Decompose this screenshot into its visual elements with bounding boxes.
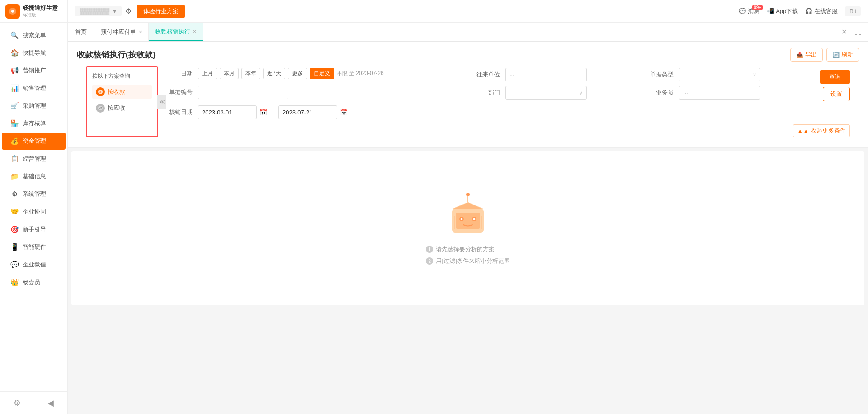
sidebar-label: 新手引导 bbox=[23, 225, 46, 233]
sidebar-item-finance[interactable]: 💰 资金管理 bbox=[2, 133, 66, 150]
settings-button[interactable]: ⚙ bbox=[10, 396, 24, 410]
sidebar-label: 采购管理 bbox=[23, 102, 46, 110]
query-button[interactable]: 查询 bbox=[820, 70, 850, 84]
svg-rect-6 bbox=[456, 213, 480, 229]
sidebar-label: 搜索菜单 bbox=[23, 31, 46, 39]
industry-solution-button[interactable]: 体验行业方案 bbox=[137, 5, 185, 18]
svg-text:⏱: ⏱ bbox=[99, 107, 102, 110]
user-account[interactable]: Rit bbox=[845, 6, 861, 16]
calendar-start-icon[interactable]: 📅 bbox=[259, 109, 267, 116]
date-label: 日期 bbox=[165, 70, 193, 78]
online-service-button[interactable]: 🎧 在线客服 bbox=[805, 7, 838, 15]
refresh-button[interactable]: 🔄 刷新 bbox=[826, 48, 859, 62]
sidebar-item-search[interactable]: 🔍 搜索菜单 bbox=[2, 27, 66, 44]
sidebar-label: 企业协同 bbox=[23, 208, 46, 216]
collapse-more-button[interactable]: ▲▲ 收起更多条件 bbox=[793, 124, 850, 137]
empty-illustration bbox=[441, 191, 495, 236]
calendar-end-icon[interactable]: 📅 bbox=[340, 109, 348, 116]
sidebar-item-inventory[interactable]: 🏪 库存核算 bbox=[2, 115, 66, 132]
sidebar-item-smart-hardware[interactable]: 📱 智能硬件 bbox=[2, 238, 66, 256]
verify-date-end-input[interactable] bbox=[278, 105, 337, 119]
tab-label: 收款核销执行 bbox=[155, 28, 190, 36]
empty-text: 1 请先选择要分析的方案 2 用[过滤]条件来缩小分析范围 bbox=[426, 245, 509, 265]
setting-button[interactable]: 设置 bbox=[823, 87, 850, 101]
date-btn-custom[interactable]: 自定义 bbox=[310, 68, 334, 79]
page-content: 收款核销执行(按收款) 📤 导出 🔄 刷新 bbox=[68, 42, 868, 414]
sidebar-item-basic-info[interactable]: 📁 基础信息 bbox=[2, 168, 66, 185]
svg-point-12 bbox=[466, 193, 470, 196]
megaphone-icon: 📢 bbox=[10, 67, 19, 75]
sidebar-item-system[interactable]: ⚙ 系统管理 bbox=[2, 186, 66, 203]
topbar-brand[interactable]: ▓▓▓▓▓▓▓ ▼ bbox=[75, 6, 122, 16]
tab-prepay-offset[interactable]: 预付冲应付单 × bbox=[94, 23, 149, 41]
refresh-icon: 🔄 bbox=[832, 52, 840, 58]
date-btn-more[interactable]: 更多 bbox=[288, 68, 307, 79]
doc-no-input[interactable] bbox=[198, 86, 288, 99]
dept-select[interactable]: ∨ bbox=[505, 86, 587, 100]
chevron-down-icon: ▼ bbox=[112, 9, 117, 14]
sidebar-item-enterprise-collab[interactable]: 🤝 企业协同 bbox=[2, 203, 66, 220]
sidebar-item-beginner-guide[interactable]: 🎯 新手引导 bbox=[2, 221, 66, 238]
sidebar-label: 资金管理 bbox=[23, 137, 46, 145]
date-btn-7days[interactable]: 近7天 bbox=[263, 68, 285, 79]
empty-hint-1: 1 请先选择要分析的方案 bbox=[426, 245, 509, 253]
logo-text: 畅捷通好生意 标准版 bbox=[23, 5, 58, 18]
refresh-label: 刷新 bbox=[841, 51, 853, 59]
sidebar-item-sales[interactable]: 📊 销售管理 bbox=[2, 80, 66, 97]
staff-select[interactable]: ··· bbox=[679, 86, 760, 100]
topbar-gear-icon[interactable]: ⚙ bbox=[125, 7, 132, 15]
message-icon: 💬 bbox=[739, 8, 746, 14]
date-btn-this-month[interactable]: 本月 bbox=[220, 68, 239, 79]
chat-icon: 💬 bbox=[10, 261, 19, 269]
filter-by-receipt[interactable]: ¥ 按收款 bbox=[92, 85, 152, 99]
filter-collapse-button[interactable]: ≪ bbox=[157, 95, 166, 109]
staff-label: 业务员 bbox=[646, 89, 674, 97]
phone-icon: 📱 bbox=[10, 243, 19, 251]
date-btn-last-month[interactable]: 上月 bbox=[198, 68, 217, 79]
app-icon: 📲 bbox=[767, 8, 774, 14]
sidebar-item-purchase[interactable]: 🛒 采购管理 bbox=[2, 97, 66, 114]
date-separator: — bbox=[270, 109, 276, 116]
doc-type-select[interactable]: ∨ bbox=[679, 68, 760, 81]
tab-receipt-verify[interactable]: 收款核销执行 × bbox=[149, 23, 203, 41]
money-icon: 💰 bbox=[10, 137, 19, 145]
logo-main: 畅捷通好生意 bbox=[23, 5, 58, 12]
svg-point-9 bbox=[461, 218, 463, 220]
export-icon: 📤 bbox=[796, 52, 803, 58]
svg-text:¥: ¥ bbox=[99, 90, 101, 94]
tab-home[interactable]: 首页 bbox=[68, 23, 94, 41]
export-button[interactable]: 📤 导出 bbox=[790, 48, 823, 62]
main-area: ▓▓▓▓▓▓▓ ▼ ⚙ 体验行业方案 💬 消息 99+ 📲 App下载 🎧 在线… bbox=[68, 0, 868, 414]
filter-receipt-label: 按收款 bbox=[108, 88, 125, 96]
sidebar-item-member[interactable]: 👑 畅会员 bbox=[2, 274, 66, 291]
sidebar-label: 智能硬件 bbox=[23, 243, 46, 251]
sidebar-item-enterprise-wechat[interactable]: 💬 企业微信 bbox=[2, 256, 66, 273]
filter-by-receivable[interactable]: ⏱ 按应收 bbox=[92, 101, 152, 115]
sidebar-item-operations[interactable]: 📋 经营管理 bbox=[2, 150, 66, 167]
sidebar-item-marketing[interactable]: 📢 营销推广 bbox=[2, 62, 66, 79]
sidebar-label: 企业微信 bbox=[23, 261, 46, 269]
gear-icon: ⚙ bbox=[10, 190, 19, 198]
message-button[interactable]: 💬 消息 99+ bbox=[739, 7, 760, 15]
tab-close-active-icon[interactable]: × bbox=[193, 29, 196, 35]
collapse-sidebar-button[interactable]: ◀ bbox=[44, 396, 57, 410]
expand-tab-button[interactable]: ⛶ bbox=[853, 26, 863, 38]
empty-state: 1 请先选择要分析的方案 2 用[过滤]条件来缩小分析范围 bbox=[71, 151, 864, 305]
verify-date-start-input[interactable] bbox=[198, 105, 257, 119]
handshake-icon: 🤝 bbox=[10, 208, 19, 216]
doc-no-label: 单据编号 bbox=[165, 88, 193, 96]
dept-chevron-icon: ∨ bbox=[579, 90, 583, 96]
close-tab-button[interactable]: ✕ bbox=[840, 26, 849, 38]
logo-icon bbox=[5, 4, 20, 19]
tab-close-icon[interactable]: × bbox=[139, 29, 142, 35]
query-buttons: 查询 设置 bbox=[820, 68, 850, 101]
app-download-button[interactable]: 📲 App下载 bbox=[767, 7, 798, 15]
date-btn-this-year[interactable]: 本年 bbox=[241, 68, 260, 79]
sidebar-label: 营销推广 bbox=[23, 67, 46, 75]
date-range-text: 不限 至 2023-07-26 bbox=[337, 70, 384, 77]
sidebar-label: 畅会员 bbox=[23, 278, 40, 286]
counterpart-select[interactable]: ··· bbox=[505, 68, 587, 81]
sidebar-item-quick-nav[interactable]: 🏠 快捷导航 bbox=[2, 44, 66, 62]
receivable-icon: ⏱ bbox=[96, 104, 105, 113]
page-actions: 📤 导出 🔄 刷新 bbox=[790, 48, 859, 62]
